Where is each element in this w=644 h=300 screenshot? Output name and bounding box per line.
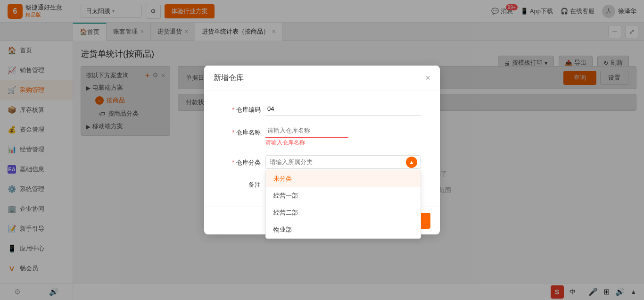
category-dropdown-list: 未分类 经营一部 经营二部 物业部 xyxy=(265,170,421,239)
modal-new-warehouse: 新增仓库 × 仓库编码 仓库名称 请输入仓库名称 xyxy=(204,66,440,234)
modal-header: 新增仓库 × xyxy=(204,66,440,91)
dropdown-arrow-btn[interactable]: ▲ xyxy=(406,157,417,168)
form-row-category: 仓库分类 ▲ 未分类 经营一部 经营二部 物业部 xyxy=(223,155,421,169)
code-input[interactable] xyxy=(265,102,421,116)
name-label: 仓库名称 xyxy=(223,125,265,137)
form-row-name: 仓库名称 请输入仓库名称 xyxy=(223,124,421,147)
name-error-wrap: 请输入仓库名称 xyxy=(223,139,421,147)
form-row-code: 仓库编码 xyxy=(223,102,421,116)
category-field-wrap: ▲ 未分类 经营一部 经营二部 物业部 xyxy=(265,155,421,169)
name-input[interactable] xyxy=(265,124,348,138)
modal-close-btn[interactable]: × xyxy=(425,73,430,83)
name-field-wrap xyxy=(265,124,421,138)
note-label: 备注 xyxy=(223,177,265,189)
category-input[interactable] xyxy=(265,155,421,169)
dropdown-option-op1[interactable]: 经营一部 xyxy=(266,187,421,204)
modal-body: 仓库编码 仓库名称 请输入仓库名称 仓库分类 xyxy=(204,91,440,207)
dropdown-option-none[interactable]: 未分类 xyxy=(266,170,421,187)
dropdown-option-op2[interactable]: 经营二部 xyxy=(266,204,421,221)
code-label: 仓库编码 xyxy=(223,102,265,114)
form-row-name-inner: 仓库名称 xyxy=(223,124,421,138)
modal-overlay: 新增仓库 × 仓库编码 仓库名称 请输入仓库名称 xyxy=(0,0,644,300)
modal-title: 新增仓库 xyxy=(214,73,244,83)
dropdown-option-op3[interactable]: 物业部 xyxy=(266,221,421,238)
name-error-msg: 请输入仓库名称 xyxy=(265,139,305,146)
category-label: 仓库分类 xyxy=(223,155,265,167)
